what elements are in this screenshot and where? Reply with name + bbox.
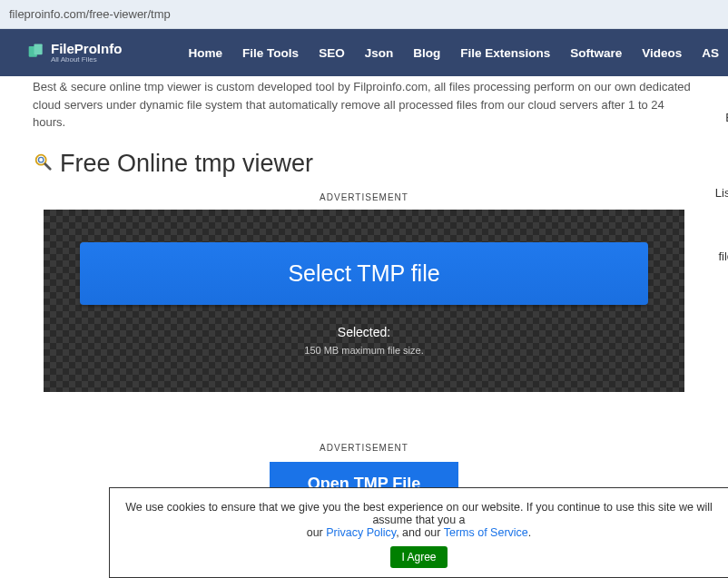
cookie-text: We use cookies to ensure that we give yo… [117,501,721,539]
logo-tagline: All About Files [51,55,122,64]
nav-seo[interactable]: SEO [319,46,345,60]
page-title-row: Free Online tmp viewer [33,150,695,178]
cookie-line1: We use cookies to ensure that we give yo… [125,501,713,526]
nav-software[interactable]: Software [570,46,622,60]
nav-home[interactable]: Home [189,46,223,60]
svg-rect-1 [34,44,43,55]
main-content: Best & secure online tmp viewer is custo… [0,76,728,506]
ad-label-top: ADVERTISEMENT [33,192,695,202]
nav-as[interactable]: AS [702,46,719,60]
svg-line-4 [45,164,51,170]
max-file-size: 150 MB maximum file size. [80,345,648,356]
nav-file-extensions[interactable]: File Extensions [460,46,550,60]
cookie-consent-bar: We use cookies to ensure that we give yo… [109,487,728,578]
nav-blog[interactable]: Blog [413,46,440,60]
page-title: Free Online tmp viewer [60,150,313,178]
search-icon [33,152,53,175]
selected-label: Selected: [80,325,648,339]
side-text-list: List [715,186,728,200]
logo-name: FileProInfo [51,42,122,55]
description-text: Best & secure online tmp viewer is custo… [33,76,695,132]
url-bar[interactable]: fileproinfo.com/free-viewer/tmp [0,0,728,29]
nav-links: Home File Tools SEO Json Blog File Exten… [189,46,719,60]
logo-icon [27,42,45,64]
nav-file-tools[interactable]: File Tools [242,46,299,60]
terms-of-service-link[interactable]: Terms of Service [444,526,528,539]
navbar: FileProInfo All About Files Home File To… [0,29,728,76]
ad-label-bottom: ADVERTISEMENT [33,443,695,453]
cookie-line2a: our [307,526,327,539]
file-dropzone[interactable]: Select TMP file Selected: 150 MB maximum… [44,210,684,392]
privacy-policy-link[interactable]: Privacy Policy [326,526,396,539]
select-file-button[interactable]: Select TMP file [80,242,648,305]
agree-button[interactable]: I Agree [390,546,447,568]
nav-videos[interactable]: Videos [642,46,682,60]
svg-point-3 [38,157,44,162]
logo[interactable]: FileProInfo All About Files [27,42,122,64]
cookie-line2b: , and our [396,526,444,539]
cookie-line2c: . [528,526,531,539]
nav-json[interactable]: Json [365,46,394,60]
side-text-file: file [718,250,728,263]
